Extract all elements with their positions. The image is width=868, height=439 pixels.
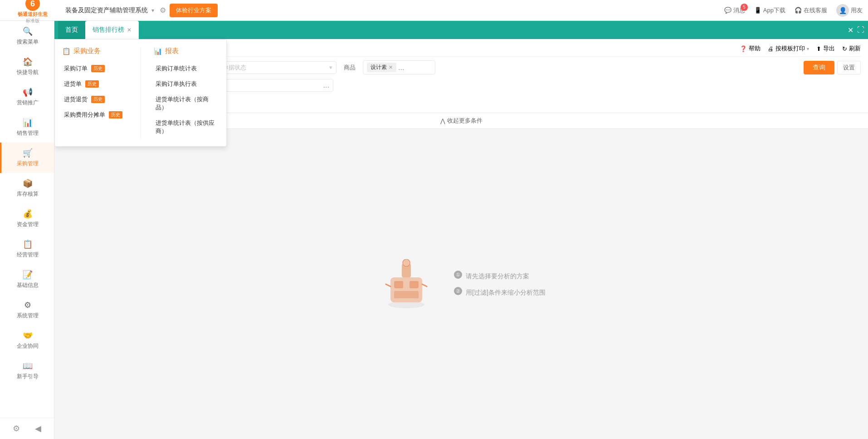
refresh-button[interactable]: ↻ 刷新 bbox=[842, 44, 861, 53]
sidebar-item-enterprise[interactable]: 🤝企业协同 bbox=[0, 325, 54, 355]
tab-close-window-icon[interactable]: ✕ bbox=[848, 26, 853, 35]
hint-text-1: 请先选择要分析的方案 bbox=[466, 270, 529, 282]
logo-area: 6 畅通道好生意 标准版 bbox=[5, 0, 60, 24]
menu-column-report: 📊 报表 采购订单统计表采购订单执行表进货单统计表（按商品）进货单统计表（按供应… bbox=[154, 47, 219, 139]
print-dropdown-arrow[interactable]: ▾ bbox=[807, 46, 809, 51]
industry-solution-button[interactable]: 体验行业方案 bbox=[170, 4, 218, 17]
doc-status-placeholder: 单据状态 bbox=[223, 64, 327, 72]
sidebar-collapse-icon[interactable]: ◀ bbox=[35, 424, 41, 434]
setting-button[interactable]: 设置 bbox=[837, 61, 861, 74]
menu-business-item[interactable]: 进货退货历史 bbox=[62, 92, 128, 107]
sidebar-item-marketing[interactable]: 📢营销推广 bbox=[0, 82, 54, 112]
print-button[interactable]: 🖨 按模板打印 ▾ bbox=[768, 44, 809, 53]
salesperson-ellipsis[interactable]: ... bbox=[323, 81, 329, 89]
doc-status-select[interactable]: 单据状态 ▾ bbox=[219, 61, 336, 74]
empty-hints: ① 请先选择要分析的方案 ② 用[过滤]条件来缩小分析范围 bbox=[454, 270, 546, 299]
mobile-icon: 📱 bbox=[754, 7, 761, 14]
hint-num-2: ② bbox=[454, 287, 462, 295]
export-button[interactable]: ⬆ 导出 bbox=[816, 44, 835, 53]
sidebar-item-system[interactable]: ⚙系统管理 bbox=[0, 295, 54, 325]
sidebar-icon-system: ⚙ bbox=[24, 300, 31, 310]
print-icon: 🖨 bbox=[768, 45, 774, 52]
sidebar-icon-operations: 📋 bbox=[23, 239, 33, 249]
menu-report-item[interactable]: 进货单统计表（按商品） bbox=[154, 92, 219, 115]
hint-text-2: 用[过滤]条件来缩小分析范围 bbox=[466, 286, 546, 299]
sidebar-icon-inventory: 📦 bbox=[23, 178, 33, 188]
message-icon: 💬 bbox=[724, 7, 731, 14]
tab-sales-rank[interactable]: 销售排行榜 ✕ bbox=[85, 21, 139, 39]
help-button[interactable]: ❓ 帮助 bbox=[740, 44, 761, 53]
menu-column-business: 📋 采购业务 采购订单历史进货单历史进货退货历史采购费用分摊单历史 bbox=[62, 47, 128, 139]
sidebar-label-purchase: 采购管理 bbox=[17, 160, 39, 168]
sidebar-label-basic-info: 基础信息 bbox=[17, 281, 39, 289]
history-badge: 历史 bbox=[91, 96, 105, 103]
sidebar-label-system: 系统管理 bbox=[17, 312, 39, 320]
tab-bar-actions: ✕ ⛶ bbox=[848, 26, 864, 35]
menu-business-item[interactable]: 采购订单历史 bbox=[62, 61, 128, 76]
refresh-icon: ↻ bbox=[842, 45, 847, 52]
sidebar-icon-basic-info: 📝 bbox=[23, 270, 33, 280]
tab-home[interactable]: 首页 bbox=[58, 21, 85, 39]
app-download-button[interactable]: 📱 App下载 bbox=[754, 6, 785, 15]
tab-fullscreen-icon[interactable]: ⛶ bbox=[857, 26, 864, 34]
sidebar-item-operations[interactable]: 📋经营管理 bbox=[0, 234, 54, 264]
sidebar-item-finance[interactable]: 💰资金管理 bbox=[0, 203, 54, 234]
online-service-button[interactable]: 🎧 在线客服 bbox=[795, 6, 827, 15]
dropdown-arrow[interactable]: ▾ bbox=[151, 7, 154, 14]
menu-report-item[interactable]: 采购订单统计表 bbox=[154, 61, 219, 76]
goods-tag-close[interactable]: ✕ bbox=[389, 64, 393, 70]
sidebar-icon-quick-nav: 🏠 bbox=[23, 57, 33, 67]
sidebar-item-inventory[interactable]: 📦库存核算 bbox=[0, 173, 54, 203]
tab-close-icon[interactable]: ✕ bbox=[127, 27, 132, 33]
hint-item-1: ① 请先选择要分析的方案 bbox=[454, 270, 546, 282]
user-avatar: 👤 bbox=[836, 4, 849, 17]
help-icon: ❓ bbox=[740, 45, 747, 52]
sidebar-item-search-menu[interactable]: 🔍搜索菜单 bbox=[0, 21, 54, 51]
hint-num-1: ① bbox=[454, 271, 462, 279]
business-icon: 📋 bbox=[62, 47, 71, 55]
sidebar-label-quick-nav: 快捷导航 bbox=[17, 69, 39, 76]
sidebar-label-operations: 经营管理 bbox=[17, 251, 39, 259]
sidebar-settings-icon[interactable]: ⚙ bbox=[13, 424, 20, 434]
sidebar-item-sales[interactable]: 📊销售管理 bbox=[0, 112, 54, 143]
top-nav-actions: 💬 消息 5 📱 App下载 🎧 在线客服 👤 用友 bbox=[724, 4, 863, 17]
menu-report-item[interactable]: 进货单统计表（按供应商） bbox=[154, 115, 219, 139]
salesperson-select[interactable]: ... bbox=[215, 79, 333, 92]
svg-line-8 bbox=[422, 284, 427, 286]
gear-settings[interactable]: ⚙ bbox=[160, 6, 166, 15]
sidebar-item-quick-nav[interactable]: 🏠快捷导航 bbox=[0, 51, 54, 82]
sidebar-icon-search-menu: 🔍 bbox=[23, 26, 33, 36]
sidebar-item-purchase[interactable]: 🛒采购管理 bbox=[0, 143, 54, 173]
headset-icon: 🎧 bbox=[795, 7, 802, 14]
menu-business-item[interactable]: 进货单历史 bbox=[62, 76, 128, 92]
svg-rect-3 bbox=[410, 281, 419, 288]
sidebar-item-guide[interactable]: 📖新手引导 bbox=[0, 355, 54, 386]
history-badge: 历史 bbox=[85, 80, 99, 88]
sidebar-icon-finance: 💰 bbox=[23, 209, 33, 219]
goods-ellipsis[interactable]: ... bbox=[398, 64, 404, 72]
collapse-label: 收起更多条件 bbox=[447, 117, 483, 125]
system-title-area: 装备及固定资产辅助管理系统 ▾ ⚙ 体验行业方案 bbox=[60, 4, 724, 17]
goods-select[interactable]: 设计素 ✕ ... bbox=[363, 60, 435, 74]
goods-label: 商品 bbox=[344, 64, 356, 72]
sidebar-icon-enterprise: 🤝 bbox=[23, 330, 33, 340]
sidebar-icon-guide: 📖 bbox=[23, 361, 33, 371]
home-tab-label: 首页 bbox=[65, 26, 78, 34]
sidebar-nav: 🔍搜索菜单🏠快捷导航📢营销推广📊销售管理🛒采购管理📦库存核算💰资金管理📋经营管理… bbox=[0, 21, 54, 386]
sidebar-bottom: ⚙ ◀ bbox=[0, 418, 54, 439]
svg-point-6 bbox=[403, 259, 410, 266]
sidebar-item-basic-info[interactable]: 📝基础信息 bbox=[0, 264, 54, 295]
user-menu[interactable]: 👤 用友 bbox=[836, 4, 863, 17]
sidebar-label-marketing: 营销推广 bbox=[17, 99, 39, 107]
hint-item-2: ② 用[过滤]条件来缩小分析范围 bbox=[454, 286, 546, 299]
menu-divider bbox=[141, 47, 141, 139]
menu-report-item[interactable]: 采购订单执行表 bbox=[154, 76, 219, 92]
sidebar: 🔍搜索菜单🏠快捷导航📢营销推广📊销售管理🛒采购管理📦库存核算💰资金管理📋经营管理… bbox=[0, 21, 54, 439]
top-bar: 6 畅通道好生意 标准版 装备及固定资产辅助管理系统 ▾ ⚙ 体验行业方案 💬 … bbox=[0, 0, 868, 21]
message-badge: 5 bbox=[741, 4, 748, 11]
sales-rank-tab-label: 销售排行榜 bbox=[93, 26, 124, 34]
menu-business-item[interactable]: 采购费用分摊单历史 bbox=[62, 107, 128, 123]
message-button[interactable]: 💬 消息 5 bbox=[724, 6, 745, 15]
search-button[interactable]: 查询 bbox=[804, 61, 834, 74]
svg-rect-4 bbox=[394, 291, 419, 298]
